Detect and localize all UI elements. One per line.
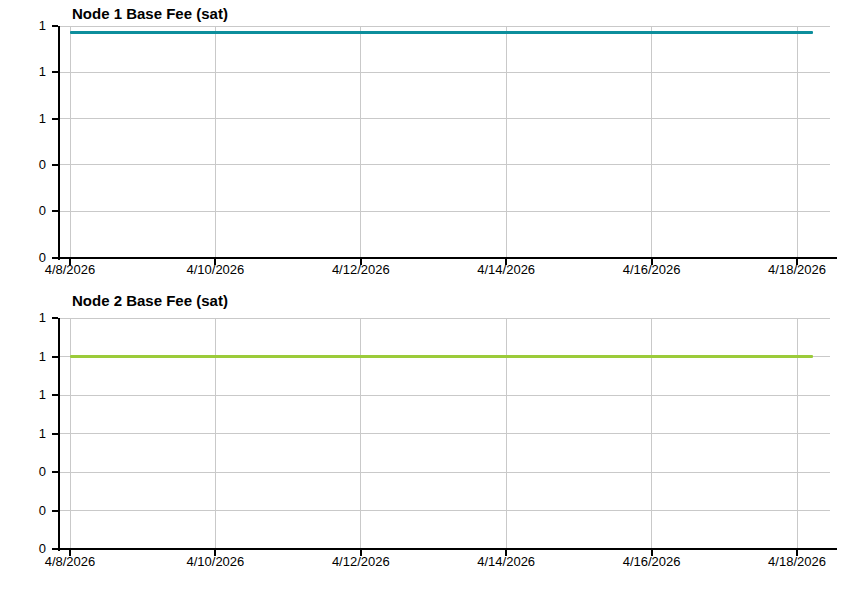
x-tick-label: 4/18/2026 (759, 262, 835, 277)
y-tick-label: 1 (6, 426, 46, 442)
x-gridline (70, 26, 71, 258)
y-tick-label: 1 (6, 349, 46, 365)
x-gridline (360, 26, 361, 258)
x-gridline (651, 26, 652, 258)
y-tick-label: 0 (6, 250, 46, 266)
y-tick-label: 1 (6, 111, 46, 127)
y-tick-label: 1 (6, 64, 46, 80)
x-axis-line (58, 257, 837, 259)
series-line-node-1-base-fee (70, 31, 813, 34)
series-line-node-2-base-fee (70, 355, 813, 358)
y-tick-label: 0 (6, 541, 46, 557)
x-tick-label: 4/18/2026 (759, 554, 835, 569)
y-axis-line (58, 318, 60, 551)
y-gridline (59, 395, 830, 396)
x-gridline (797, 26, 798, 258)
x-tick-label: 4/14/2026 (468, 262, 544, 277)
x-tick-label: 4/10/2026 (177, 262, 253, 277)
y-tick-label: 1 (6, 310, 46, 326)
x-gridline (215, 26, 216, 258)
y-gridline (59, 472, 830, 473)
y-tick-label: 0 (6, 203, 46, 219)
fee-charts-panel: Node 1 Base Fee (sat) 4/8/20264/10/20264… (0, 0, 860, 600)
y-axis-line (58, 26, 60, 260)
x-axis-line (58, 548, 837, 550)
y-tick-label: 0 (6, 503, 46, 519)
x-tick-label: 4/10/2026 (177, 554, 253, 569)
x-tick-label: 4/12/2026 (323, 554, 399, 569)
y-tick-label: 1 (6, 18, 46, 34)
chart-title-node1: Node 1 Base Fee (sat) (72, 5, 228, 22)
y-tick-label: 0 (6, 464, 46, 480)
x-tick-label: 4/12/2026 (323, 262, 399, 277)
x-gridline (506, 26, 507, 258)
y-gridline (59, 433, 830, 434)
y-gridline (59, 72, 830, 73)
chart-title-node2: Node 2 Base Fee (sat) (72, 292, 228, 309)
y-gridline (59, 211, 830, 212)
y-tick-label: 0 (6, 157, 46, 173)
x-tick-label: 4/14/2026 (468, 554, 544, 569)
y-gridline (59, 510, 830, 511)
y-gridline (59, 318, 830, 319)
y-gridline (59, 164, 830, 165)
y-gridline (59, 118, 830, 119)
x-tick-label: 4/16/2026 (614, 262, 690, 277)
x-tick-label: 4/16/2026 (614, 554, 690, 569)
y-tick-label: 1 (6, 387, 46, 403)
y-gridline (59, 26, 830, 27)
